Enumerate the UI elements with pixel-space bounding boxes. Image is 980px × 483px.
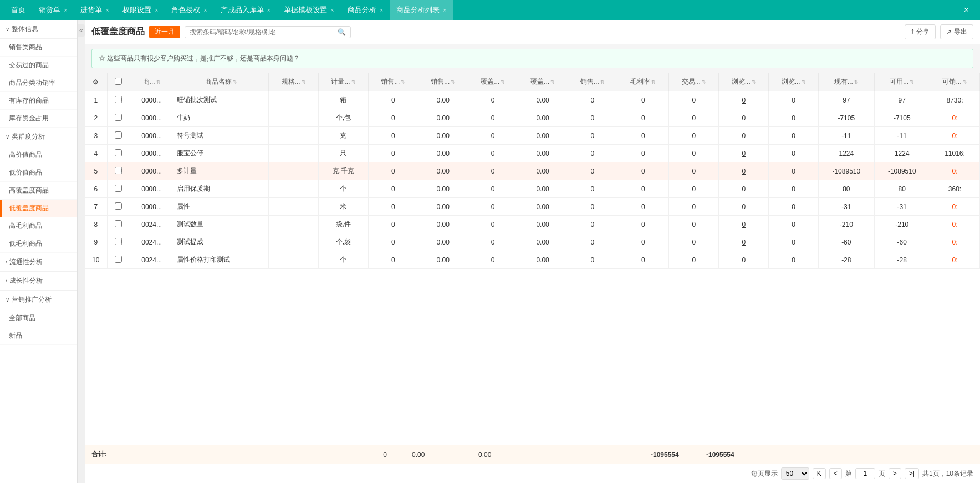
sidebar-section-成长性分析[interactable]: ›成长性分析: [0, 272, 77, 291]
row-checkbox[interactable]: [115, 167, 122, 174]
row-checkbox[interactable]: [115, 114, 122, 121]
sidebar-item-全部商品[interactable]: 全部商品: [0, 309, 77, 327]
main-layout: ∨整体信息销售类商品交易过的商品商品分类动销率有库存的商品库存资金占用∨类群度分…: [0, 20, 980, 483]
sidebar-item-低覆盖度商品[interactable]: 低覆盖度商品: [0, 200, 77, 217]
row-sales3: 0: [568, 233, 617, 251]
window-close-button[interactable]: ×: [957, 5, 976, 15]
row-checkbox[interactable]: [115, 131, 122, 139]
col-header-gross_margin[interactable]: 毛利率⇅: [617, 73, 669, 91]
sidebar-section-营销推广分析[interactable]: ∨营销推广分析: [0, 291, 77, 309]
row-view1[interactable]: 0: [719, 233, 769, 251]
export-icon: ↗: [946, 28, 952, 36]
sidebar-item-库存资金占用[interactable]: 库存资金占用: [0, 110, 77, 128]
nav-item-销货单[interactable]: 销货单×: [32, 0, 74, 20]
settings-icon[interactable]: ⚙: [93, 78, 99, 86]
first-page-button[interactable]: K: [813, 468, 826, 479]
row-checkbox[interactable]: [115, 256, 122, 263]
nav-item-商品分析列表[interactable]: 商品分析列表×: [390, 0, 453, 20]
nav-close-icon[interactable]: ×: [203, 7, 207, 13]
share-button[interactable]: ⤴ 分享: [905, 24, 936, 39]
col-header-current_stock[interactable]: 现有...⇅: [819, 73, 874, 91]
col-header-view1[interactable]: 浏览...⇅: [719, 73, 769, 91]
row-code: 0000...: [130, 162, 173, 180]
col-header-code[interactable]: 商...⇅: [130, 73, 173, 91]
col-header-sales_amt[interactable]: 销售...⇅: [418, 73, 468, 91]
sidebar-item-新品[interactable]: 新品: [0, 327, 77, 345]
nav-close-icon[interactable]: ×: [155, 7, 158, 13]
row-sales-amt: 0.00: [418, 180, 468, 198]
row-gross-margin: 0: [617, 162, 669, 180]
row-checkbox[interactable]: [115, 202, 122, 210]
col-header-cover1[interactable]: 覆盖...⇅: [468, 73, 518, 91]
sidebar-item-高毛利商品[interactable]: 高毛利商品: [0, 217, 77, 235]
col-header-saleable[interactable]: 可销...⇅: [930, 73, 979, 91]
row-checkbox[interactable]: [115, 96, 122, 103]
row-current-stock: 97: [819, 91, 874, 109]
nav-item-进货单[interactable]: 进货单×: [74, 0, 115, 20]
col-header-view2[interactable]: 浏览...⇅: [769, 73, 819, 91]
row-checkbox[interactable]: [115, 238, 122, 245]
row-view1[interactable]: 0: [719, 91, 769, 109]
col-header-cover2[interactable]: 覆盖...⇅: [518, 73, 568, 91]
col-header-sales_qty[interactable]: 销售...⇅: [368, 73, 418, 91]
col-header-name[interactable]: 商品名称⇅: [173, 73, 269, 91]
row-current-stock: -11: [819, 127, 874, 145]
sidebar-section-类群度分析[interactable]: ∨类群度分析: [0, 128, 77, 146]
search-input[interactable]: [190, 28, 338, 36]
row-cover1: 0: [468, 127, 518, 145]
nav-close-icon[interactable]: ×: [380, 7, 383, 13]
sidebar-item-高价值商品[interactable]: 高价值商品: [0, 146, 77, 164]
nav-item-商品分析[interactable]: 商品分析×: [341, 0, 390, 20]
sidebar-item-交易过的商品[interactable]: 交易过的商品: [0, 57, 77, 74]
nav-close-icon[interactable]: ×: [64, 7, 67, 13]
row-view1[interactable]: 0: [719, 198, 769, 216]
time-filter-button[interactable]: 近一月: [149, 26, 180, 38]
nav-close-icon[interactable]: ×: [330, 7, 334, 13]
row-sales-qty: 0: [368, 198, 418, 216]
col-header-unit[interactable]: 计量...⇅: [319, 73, 369, 91]
nav-close-icon[interactable]: ×: [105, 7, 109, 13]
table-row: 20000...牛奶个,包00.0000.0000000-7105-71050:: [85, 109, 980, 127]
row-sales3: 0: [568, 180, 617, 198]
per-page-select[interactable]: 102050100: [781, 467, 809, 480]
sidebar-item-低价值商品[interactable]: 低价值商品: [0, 164, 77, 182]
nav-item-角色授权[interactable]: 角色授权×: [165, 0, 213, 20]
row-saleable: 0:: [930, 162, 979, 180]
next-page-button[interactable]: >: [889, 468, 901, 479]
sidebar-toggle-button[interactable]: «: [78, 24, 85, 37]
sidebar-section-流通性分析[interactable]: ›流通性分析: [0, 253, 77, 272]
row-checkbox[interactable]: [115, 185, 122, 192]
sidebar-item-商品分类动销率[interactable]: 商品分类动销率: [0, 74, 77, 92]
search-icon[interactable]: 🔍: [338, 28, 346, 36]
nav-close-icon[interactable]: ×: [267, 7, 270, 13]
row-view1[interactable]: 0: [719, 216, 769, 233]
sidebar-item-销售类商品[interactable]: 销售类商品: [0, 39, 77, 57]
col-header-available[interactable]: 可用...⇅: [874, 73, 930, 91]
sidebar-section-整体信息[interactable]: ∨整体信息: [0, 20, 77, 39]
sidebar-item-有库存的商品[interactable]: 有库存的商品: [0, 92, 77, 110]
row-view1[interactable]: 0: [719, 127, 769, 145]
row-checkbox[interactable]: [115, 149, 122, 156]
nav-close-icon[interactable]: ×: [443, 7, 446, 13]
col-header-spec[interactable]: 规格...⇅: [269, 73, 319, 91]
page-number-input[interactable]: [855, 468, 875, 479]
last-page-button[interactable]: >|: [905, 468, 919, 479]
row-checkbox[interactable]: [115, 220, 122, 227]
sidebar-item-高覆盖度商品[interactable]: 高覆盖度商品: [0, 182, 77, 200]
row-sales-amt: 0.00: [418, 127, 468, 145]
nav-item-产成品入库单[interactable]: 产成品入库单×: [214, 0, 277, 20]
row-view1[interactable]: 0: [719, 145, 769, 162]
select-all-checkbox[interactable]: [115, 78, 122, 85]
prev-page-button[interactable]: <: [829, 468, 842, 479]
nav-item-首页[interactable]: 首页: [4, 0, 32, 20]
row-view1[interactable]: 0: [719, 109, 769, 127]
row-view1[interactable]: 0: [719, 180, 769, 198]
row-view1[interactable]: 0: [719, 251, 769, 269]
nav-item-单据模板设置[interactable]: 单据模板设置×: [277, 0, 340, 20]
export-button[interactable]: ↗ 导出: [940, 24, 973, 39]
row-view1[interactable]: 0: [719, 162, 769, 180]
sidebar-item-低毛利商品[interactable]: 低毛利商品: [0, 235, 77, 253]
col-header-sales3[interactable]: 销售...⇅: [568, 73, 617, 91]
nav-item-权限设置[interactable]: 权限设置×: [116, 0, 165, 20]
col-header-trade[interactable]: 交易...⇅: [669, 73, 719, 91]
